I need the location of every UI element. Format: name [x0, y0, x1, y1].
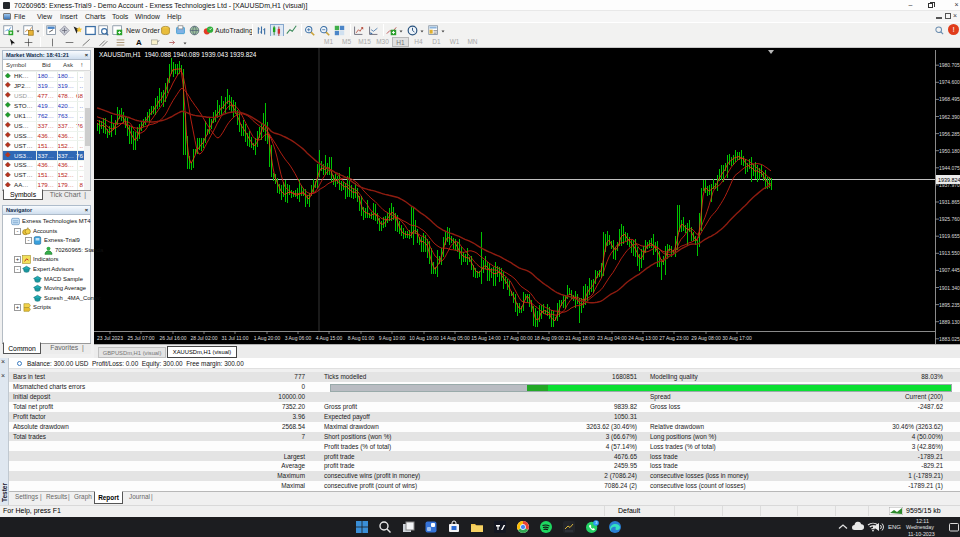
svg-text:1956.285: 1956.285 [939, 131, 960, 137]
svg-text:21 Aug 18:00: 21 Aug 18:00 [565, 335, 595, 341]
svg-text:1950.180: 1950.180 [939, 148, 960, 154]
svg-text:28 Jul 02:00: 28 Jul 02:00 [190, 335, 217, 341]
svg-text:1901.340: 1901.340 [939, 285, 960, 291]
svg-text:1974.600: 1974.600 [939, 79, 960, 85]
svg-text:1944.075: 1944.075 [939, 165, 960, 171]
svg-text:1937.970: 1937.970 [939, 182, 960, 188]
svg-text:10 Aug 19:00: 10 Aug 19:00 [409, 335, 439, 341]
svg-text:4 Aug 15:00: 4 Aug 15:00 [316, 335, 343, 341]
svg-text:1895.235: 1895.235 [939, 302, 960, 308]
svg-text:25 Jul 07:00: 25 Jul 07:00 [127, 335, 154, 341]
svg-text:1962.390: 1962.390 [939, 114, 960, 120]
svg-text:3 Aug 06:00: 3 Aug 06:00 [285, 335, 312, 341]
svg-text:23 Jul 2023: 23 Jul 2023 [97, 335, 123, 341]
svg-text:1919.655: 1919.655 [939, 233, 960, 239]
svg-text:1883.025: 1883.025 [939, 336, 960, 342]
svg-text:14 Aug 05:00: 14 Aug 05:00 [440, 335, 470, 341]
svg-text:1907.445: 1907.445 [939, 267, 960, 273]
svg-text:1925.760: 1925.760 [939, 216, 960, 222]
svg-text:31 Jul 11:00: 31 Jul 11:00 [222, 335, 249, 341]
svg-text:XAUUSDm,H1 1940.088 1940.089: XAUUSDm,H1 1940.088 1940.089 1939.043 19… [99, 51, 257, 58]
svg-text:1889.130: 1889.130 [939, 319, 960, 325]
svg-text:1913.550: 1913.550 [939, 250, 960, 256]
svg-text:29 Aug 08:00: 29 Aug 08:00 [691, 335, 721, 341]
svg-text:23 Aug 04:00: 23 Aug 04:00 [597, 335, 627, 341]
svg-text:18 Aug 09:00: 18 Aug 09:00 [534, 335, 564, 341]
svg-text:30 Aug 17:00: 30 Aug 17:00 [722, 335, 752, 341]
svg-text:1968.495: 1968.495 [939, 96, 960, 102]
svg-text:1980.705: 1980.705 [939, 62, 960, 68]
svg-text:8 Aug 01:00: 8 Aug 01:00 [348, 335, 375, 341]
svg-text:27 Aug 23:00: 27 Aug 23:00 [659, 335, 689, 341]
svg-text:26 Jul 16:00: 26 Jul 16:00 [159, 335, 186, 341]
svg-text:9 Aug 10:00: 9 Aug 10:00 [379, 335, 406, 341]
svg-text:17 Aug 00:00: 17 Aug 00:00 [503, 335, 533, 341]
svg-text:24 Aug 13:00: 24 Aug 13:00 [628, 335, 658, 341]
svg-text:1931.865: 1931.865 [939, 199, 960, 205]
svg-text:15 Aug 14:00: 15 Aug 14:00 [471, 335, 501, 341]
svg-text:1 Aug 20:00: 1 Aug 20:00 [254, 335, 281, 341]
